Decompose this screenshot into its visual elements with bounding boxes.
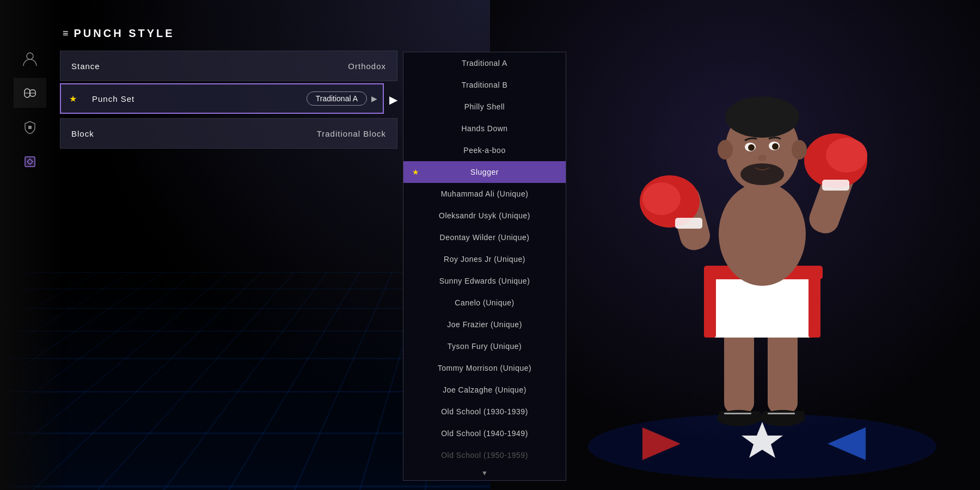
dropdown-item-11[interactable]: Sunny Edwards (Unique) <box>403 270 566 292</box>
pill-arrow: ▶ <box>371 94 377 103</box>
dropdown-item-label: Deontay Wilder (Unique) <box>440 233 530 242</box>
dropdown-item-3[interactable]: Philly Shell <box>403 96 566 118</box>
dropdown-item-label: Tyson Fury (Unique) <box>448 342 522 351</box>
dropdown-item-18[interactable]: Old School (1940-1949) <box>403 422 566 444</box>
stance-label: Stance <box>60 62 348 71</box>
sidebar-icon-effects[interactable] <box>14 146 46 176</box>
dropdown-item-4[interactable]: Hands Down <box>403 118 566 139</box>
dropdown-item-label: Hands Down <box>461 124 507 133</box>
page-title: PUNCH STYLE <box>74 27 175 40</box>
svg-point-38 <box>748 144 755 151</box>
block-row[interactable]: Block Traditional Block <box>60 118 397 149</box>
svg-rect-12 <box>768 327 798 414</box>
dropdown-item-6[interactable]: ★Slugger <box>403 161 566 183</box>
punch-set-dropdown: Traditional ATraditional BPhilly ShellHa… <box>403 52 566 481</box>
svg-rect-4 <box>28 126 32 129</box>
dropdown-item-label: Roy Jones Jr (Unique) <box>444 255 525 264</box>
title-icon: ≡ <box>63 28 69 39</box>
svg-point-26 <box>642 182 681 215</box>
dropdown-item-12[interactable]: Canelo (Unique) <box>403 292 566 314</box>
dropdown-item-label: Philly Shell <box>464 102 505 111</box>
dropdown-item-label: Old School (1940-1949) <box>441 429 528 438</box>
dropdown-item-17[interactable]: Old School (1930-1939) <box>403 401 566 422</box>
dropdown-item-2[interactable]: Traditional B <box>403 74 566 96</box>
sidebar-icon-person[interactable] <box>14 44 46 74</box>
svg-rect-18 <box>768 413 795 414</box>
block-label: Block <box>60 129 317 138</box>
dropdown-item-label: Joe Frazier (Unique) <box>447 320 522 329</box>
stance-value: Orthodox <box>348 62 397 71</box>
dropdown-item-5[interactable]: Peek-a-boo <box>403 139 566 161</box>
dropdown-item-label: Peek-a-boo <box>463 146 505 155</box>
block-value: Traditional Block <box>317 129 397 138</box>
dropdown-item-label: Muhammad Ali (Unique) <box>441 189 529 198</box>
dropdown-item-label: Canelo (Unique) <box>455 298 514 307</box>
dropdown-item-8[interactable]: Oleksandr Usyk (Unique) <box>403 205 566 226</box>
svg-rect-5 <box>25 157 35 167</box>
nav-arrow-right[interactable]: ▶ <box>389 93 397 106</box>
svg-point-42 <box>792 140 807 160</box>
dropdown-item-10[interactable]: Roy Jones Jr (Unique) <box>403 248 566 270</box>
punch-set-label: Punch Set <box>81 94 307 103</box>
punch-set-value-pill: Traditional A <box>307 91 367 106</box>
dropdown-item-label: Old School (1950-1959) <box>441 451 528 460</box>
dropdown-item-label: Old School (1930-1939) <box>441 407 528 416</box>
punch-set-row[interactable]: ★ Punch Set Traditional A ▶ <box>60 83 384 114</box>
svg-rect-31 <box>822 180 849 191</box>
left-panel: ≡ PUNCH STYLE Stance Orthodox ★ Punch Se… <box>60 27 397 151</box>
dropdown-item-9[interactable]: Deontay Wilder (Unique) <box>403 226 566 248</box>
svg-point-0 <box>27 53 33 59</box>
svg-point-35 <box>740 163 784 185</box>
svg-point-41 <box>718 140 733 160</box>
sidebar <box>0 44 60 176</box>
dropdown-item-label: Tommy Morrison (Unique) <box>438 364 532 372</box>
dropdown-item-15[interactable]: Tommy Morrison (Unique) <box>403 357 566 379</box>
dropdown-item-label: Sunny Edwards (Unique) <box>439 277 530 285</box>
dropdown-item-14[interactable]: Tyson Fury (Unique) <box>403 335 566 357</box>
dropdown-item-label: Traditional A <box>462 59 507 68</box>
svg-rect-17 <box>724 413 751 414</box>
dropdown-item-13[interactable]: Joe Frazier (Unique) <box>403 314 566 335</box>
svg-point-30 <box>826 138 867 173</box>
svg-rect-11 <box>724 327 754 414</box>
dropdown-item-label: Traditional B <box>462 81 508 89</box>
stance-row[interactable]: Stance Orthodox <box>60 51 397 81</box>
svg-point-39 <box>772 143 779 150</box>
svg-point-34 <box>725 96 799 138</box>
sidebar-icon-shield[interactable] <box>14 112 46 142</box>
dropdown-item-1[interactable]: Traditional A <box>403 52 566 74</box>
dropdown-star-icon: ★ <box>412 168 420 176</box>
dropdown-item-19[interactable]: Old School (1950-1959) <box>403 444 566 466</box>
svg-point-40 <box>758 155 767 161</box>
dropdown-scroll-down[interactable]: ▼ <box>403 466 566 480</box>
svg-rect-27 <box>675 218 702 229</box>
dropdown-item-label: Joe Calzaghe (Unique) <box>443 385 526 394</box>
punch-set-star: ★ <box>61 94 81 104</box>
sidebar-icon-gloves[interactable] <box>14 78 46 108</box>
dropdown-item-16[interactable]: Joe Calzaghe (Unique) <box>403 379 566 401</box>
page-title-container: ≡ PUNCH STYLE <box>60 27 397 40</box>
dropdown-item-label: Oleksandr Usyk (Unique) <box>439 211 530 220</box>
dropdown-item-label: Slugger <box>470 168 499 176</box>
dropdown-item-7[interactable]: Muhammad Ali (Unique) <box>403 183 566 205</box>
